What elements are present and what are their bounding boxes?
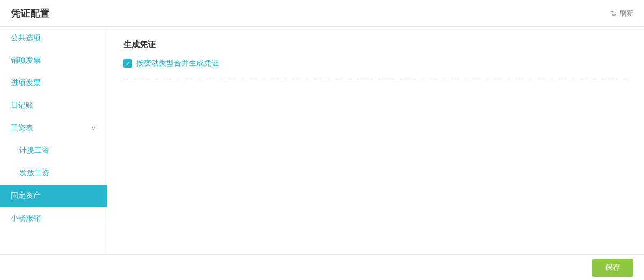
sidebar-item-purchase-invoice[interactable]: 进项发票 <box>0 72 107 94</box>
sidebar-item-label: 日记账 <box>11 101 33 110</box>
merge-checkbox[interactable]: ✓ <box>123 59 132 68</box>
sidebar-item-journal[interactable]: 日记账 <box>0 94 107 117</box>
refresh-button[interactable]: ↻ 刷新 <box>611 9 633 18</box>
sidebar-item-issue-salary[interactable]: 发放工资 <box>0 162 107 185</box>
sidebar-item-public-options[interactable]: 公共选项 <box>0 27 107 49</box>
save-button[interactable]: 保存 <box>592 259 633 277</box>
checkbox-row: ✓ 按变动类型合并生成凭证 <box>123 58 628 68</box>
sidebar-item-label: 销项发票 <box>11 56 41 65</box>
sidebar-item-label: 工资表 <box>11 123 33 133</box>
page-header: 凭证配置 ↻ 刷新 <box>0 0 644 27</box>
sidebar-item-label: 进项发票 <box>11 78 41 88</box>
sidebar-item-label: 公共选项 <box>11 33 41 43</box>
sidebar-item-sales-invoice[interactable]: 销项发票 <box>0 49 107 72</box>
sidebar-item-fixed-assets[interactable]: 固定资产 <box>0 185 107 207</box>
page-title: 凭证配置 <box>11 7 49 20</box>
sidebar-item-label: 发放工资 <box>19 168 49 178</box>
section-divider <box>123 79 628 79</box>
sidebar-item-label: 固定资产 <box>11 191 41 201</box>
sidebar-item-calc-salary[interactable]: 计提工资 <box>0 139 107 162</box>
refresh-icon: ↻ <box>611 9 617 18</box>
sidebar-item-expense-report[interactable]: 小畅报销 <box>0 207 107 230</box>
check-mark-icon: ✓ <box>126 61 130 67</box>
main-content: 生成凭证 ✓ 按变动类型合并生成凭证 <box>107 27 644 254</box>
sidebar-item-label: 计提工资 <box>19 146 49 156</box>
content-area: 公共选项销项发票进项发票日记账工资表∨计提工资发放工资固定资产小畅报销 生成凭证… <box>0 27 644 254</box>
sidebar-item-label: 小畅报销 <box>11 213 41 223</box>
chevron-down-icon: ∨ <box>91 124 96 132</box>
section-title: 生成凭证 <box>123 40 628 50</box>
page-footer: 保存 <box>0 254 644 280</box>
sidebar: 公共选项销项发票进项发票日记账工资表∨计提工资发放工资固定资产小畅报销 <box>0 27 107 254</box>
merge-checkbox-label[interactable]: 按变动类型合并生成凭证 <box>136 58 219 68</box>
refresh-label: 刷新 <box>619 9 633 18</box>
page-wrapper: 凭证配置 ↻ 刷新 公共选项销项发票进项发票日记账工资表∨计提工资发放工资固定资… <box>0 0 644 280</box>
sidebar-item-payroll[interactable]: 工资表∨ <box>0 117 107 139</box>
